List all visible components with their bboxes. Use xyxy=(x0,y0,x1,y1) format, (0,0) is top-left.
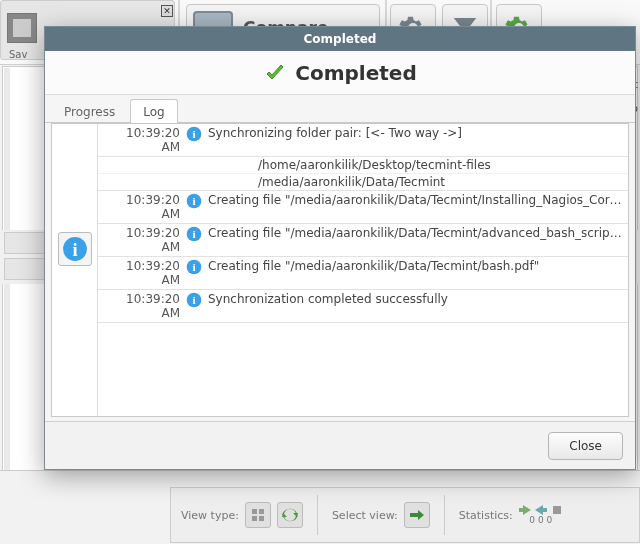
info-icon: i xyxy=(62,236,88,262)
dialog-header-title: Completed xyxy=(295,61,416,85)
viewtype-category-button[interactable] xyxy=(245,502,271,528)
log-timestamp: 10:39:20 AM xyxy=(104,292,180,320)
panel-close-icon[interactable]: ✕ xyxy=(161,5,173,17)
sync-icon xyxy=(282,507,298,523)
info-icon: i xyxy=(186,259,202,275)
log-message: Synchronizing folder pair: [<- Two way -… xyxy=(208,126,622,140)
statistics-label: Statistics: xyxy=(459,509,513,522)
status-separator xyxy=(317,495,318,535)
arrow-right-plus-icon xyxy=(409,507,425,523)
log-row[interactable]: 10:39:20 AMiCreating file "/media/aaronk… xyxy=(98,257,628,290)
viewtype-group: View type: xyxy=(181,502,303,528)
check-icon xyxy=(263,61,287,85)
stat-update-icon xyxy=(535,505,547,515)
log-message: Creating file "/media/aaronkilik/Data/Te… xyxy=(208,193,622,207)
viewtype-label: View type: xyxy=(181,509,239,522)
dialog-header: Completed xyxy=(45,51,635,95)
stat-create-left-icon xyxy=(519,505,531,515)
log-timestamp: 10:39:20 AM xyxy=(104,193,180,221)
log-timestamp: 10:39:20 AM xyxy=(104,226,180,254)
tab-log[interactable]: Log xyxy=(130,99,177,123)
save-button[interactable] xyxy=(7,13,37,43)
svg-rect-4 xyxy=(553,506,561,514)
log-timestamp: 10:39:20 AM xyxy=(104,259,180,287)
log-message: Creating file "/media/aaronkilik/Data/Te… xyxy=(208,259,622,273)
log-list[interactable]: 10:39:20 AMiSynchronizing folder pair: [… xyxy=(98,124,628,416)
svg-text:i: i xyxy=(192,195,195,207)
svg-rect-2 xyxy=(252,516,257,521)
selectview-label: Select view: xyxy=(332,509,398,522)
selectview-button[interactable] xyxy=(404,502,430,528)
viewtype-action-button[interactable] xyxy=(277,502,303,528)
log-panel: i 10:39:20 AMiSynchronizing folder pair:… xyxy=(51,123,629,417)
svg-rect-3 xyxy=(259,516,264,521)
info-icon: i xyxy=(186,292,202,308)
stat-delete-icon xyxy=(551,505,563,515)
info-icon: i xyxy=(186,126,202,142)
completed-dialog: Completed Completed Progress Log i 10:39… xyxy=(44,26,636,470)
svg-rect-1 xyxy=(259,509,264,514)
info-icon: i xyxy=(186,193,202,209)
selectview-group: Select view: xyxy=(332,502,430,528)
svg-text:i: i xyxy=(192,294,195,306)
log-timestamp: 10:39:20 AM xyxy=(104,126,180,154)
log-sub-path: /media/aaronkilik/Data/Tecmint xyxy=(98,174,628,191)
bottom-panel: View type: Select view: Statistics: xyxy=(0,470,640,543)
log-row[interactable]: 10:39:20 AMiSynchronization completed su… xyxy=(98,290,628,323)
dialog-footer: Close xyxy=(45,421,635,469)
dialog-titlebar[interactable]: Completed xyxy=(45,27,635,51)
close-button[interactable]: Close xyxy=(548,432,623,460)
save-label: Sav xyxy=(9,49,27,60)
log-message: Synchronization completed successfully xyxy=(208,292,622,306)
svg-text:i: i xyxy=(72,240,77,260)
svg-text:i: i xyxy=(192,228,195,240)
tab-progress[interactable]: Progress xyxy=(51,99,128,123)
info-icon: i xyxy=(186,226,202,242)
log-row[interactable]: 10:39:20 AMiSynchronizing folder pair: [… xyxy=(98,124,628,157)
status-bar: View type: Select view: Statistics: xyxy=(170,487,640,543)
dialog-tabs: Progress Log xyxy=(45,95,635,123)
log-summary-info-button[interactable]: i xyxy=(58,232,92,266)
svg-text:i: i xyxy=(192,261,195,273)
log-message: Creating file "/media/aaronkilik/Data/Te… xyxy=(208,226,622,240)
category-icon xyxy=(250,507,266,523)
statistics-values: 0 0 0 xyxy=(529,515,552,525)
status-separator xyxy=(444,495,445,535)
svg-text:i: i xyxy=(192,128,195,140)
log-row[interactable]: 10:39:20 AMiCreating file "/media/aaronk… xyxy=(98,191,628,224)
statistics-group: Statistics: 0 0 0 xyxy=(459,505,563,525)
log-sidebar: i xyxy=(52,124,98,416)
svg-rect-0 xyxy=(252,509,257,514)
log-row[interactable]: 10:39:20 AMiCreating file "/media/aaronk… xyxy=(98,224,628,257)
log-sub-path: /home/aaronkilik/Desktop/tecmint-files xyxy=(98,157,628,174)
